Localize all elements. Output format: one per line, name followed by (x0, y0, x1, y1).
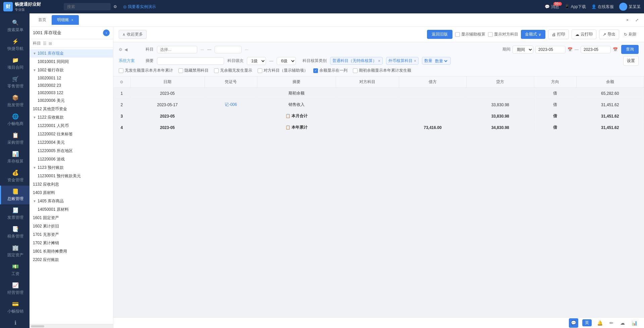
print-button[interactable]: 🖨 打印 (548, 29, 569, 39)
tree-item-10020006[interactable]: 10020006 美元 (30, 96, 113, 105)
window-expand-button[interactable]: ⤢ (633, 16, 641, 24)
query-collapse-btn[interactable]: ◀ (124, 47, 127, 52)
query-gear-icon[interactable]: ⚙ (119, 47, 122, 52)
sidebar-item-ecommerce[interactable]: 🌐 小畅电商 (0, 111, 30, 129)
global-search-input[interactable] (64, 3, 111, 10)
tree-view-icon[interactable]: ⊞ (49, 41, 52, 46)
tree-item-11220006[interactable]: 11220006 游戏 (30, 155, 113, 163)
sidebar-item-marketing[interactable]: 💳 小畅报销 (0, 298, 30, 317)
tree-item-11220005[interactable]: 11220005 所在地区 (30, 147, 113, 155)
tag-foreign-close[interactable]: × (414, 59, 416, 63)
chart-icon[interactable]: 📊 (630, 320, 639, 326)
tab-close-icon[interactable]: × (71, 18, 73, 22)
sidebar-item-assets[interactable]: 🏢 固定资产 (0, 242, 30, 261)
settings-button[interactable]: 设置 (623, 56, 639, 66)
tree-item-1405[interactable]: ▼ 1405 库存商品 (30, 197, 113, 205)
option-balance-one-column[interactable]: ✓ 余额显示在一列 (313, 68, 347, 73)
tree-item-1701[interactable]: 1701 无形资产 (30, 231, 113, 239)
online-service-button[interactable]: 👤 在线客服 (591, 4, 614, 10)
tree-item-10020003[interactable]: 10020003 122 (30, 89, 113, 96)
sidebar-item-salary[interactable]: 💵 工资 (0, 261, 30, 279)
cloud-icon[interactable]: ☁ (619, 320, 626, 326)
sidebar-item-invoice[interactable]: 🧾 发票管理 (0, 204, 30, 223)
tag-foreign[interactable]: 外币核算科目 × (386, 57, 419, 65)
quantity-select[interactable]: 数量 (434, 58, 448, 64)
message-button[interactable]: 💬 消息 99+ (545, 4, 559, 10)
tree-item-1132[interactable]: 1132 应收利息 (30, 180, 113, 189)
tree-item-11230001[interactable]: 11230001 预付账款美元 (30, 172, 113, 180)
tree-item-1122[interactable]: ▼ 1122 应收账款 (30, 113, 113, 122)
period-end-calendar-icon[interactable]: 📅 (613, 47, 618, 52)
amount-format-button[interactable]: 金额式 ∨ (521, 30, 545, 39)
tab-ledger[interactable]: 明细账 × (52, 15, 79, 25)
period-start-input[interactable] (535, 46, 566, 53)
refresh-button[interactable]: ↻ 刷新 (622, 30, 639, 39)
lang-switch[interactable]: 英 (582, 319, 592, 326)
period-end-input[interactable] (581, 46, 611, 53)
option-opening-cumulative[interactable]: 期初余额显示本年累计发生额 (353, 68, 411, 73)
show-aux-checkbox[interactable]: 显示辅助核算 (455, 31, 485, 37)
sidebar-item-capital[interactable]: 💰 资金管理 (0, 167, 30, 186)
tree-item-10020002[interactable]: 10020002 23 (30, 82, 113, 89)
scheme-name[interactable]: 系统方案 (119, 58, 142, 64)
chat-button[interactable]: 💬 (569, 318, 578, 328)
edit-icon[interactable]: ✏ (608, 320, 615, 326)
tree-item-11220001[interactable]: 11220001 人民币 (30, 122, 113, 130)
subject-query-input-2[interactable] (215, 46, 241, 53)
sidebar-item-wholesale[interactable]: 📦 批发管理 (0, 92, 30, 111)
tree-item-1702[interactable]: 1702 累计摊销 (30, 239, 113, 247)
notification-icon[interactable]: 🔔 (596, 320, 604, 326)
option-hide-disabled[interactable]: 隐藏禁用科目 (178, 68, 209, 73)
sidebar-item-purchase[interactable]: 📋 采购管理 (0, 129, 30, 148)
sidebar-item-shortcut[interactable]: ⚡ 快捷导航 (0, 36, 30, 54)
tree-item-11220004[interactable]: 11220004 美元 (30, 138, 113, 147)
tree-item-10020001[interactable]: 10020001 12 (30, 74, 113, 82)
app-download-button[interactable]: 📱 App下载 (565, 4, 586, 10)
query-button[interactable]: 查询 (621, 45, 639, 54)
sidebar-item-basic[interactable]: ℹ 基础信息 (0, 317, 30, 328)
tree-item-1601[interactable]: 1601 固定资产 (30, 214, 113, 222)
level-to-select[interactable]: 6级 (277, 57, 296, 65)
sidebar-item-inventory[interactable]: 📊 库存核算 (0, 148, 30, 167)
export-button[interactable]: ↗ 导出 (599, 29, 619, 39)
voucher-link[interactable]: 记-006 (225, 102, 237, 107)
tree-item-1123[interactable]: ▼ 1123 预付账款 (30, 163, 113, 172)
summary-input[interactable] (157, 57, 224, 65)
period-type-select[interactable]: 期间 (513, 46, 533, 54)
option-no-balance[interactable]: 无余额无发生显示 (214, 68, 252, 73)
tag-normal[interactable]: 普通科目（无特殊核算） × (330, 57, 383, 65)
sidebar-item-retail[interactable]: 🛒 零售管理 (0, 73, 30, 92)
settings-button[interactable]: ⚙ (111, 4, 120, 9)
user-menu[interactable]: 某某某 (619, 3, 641, 11)
table-gear-icon[interactable]: ⚙ (120, 80, 123, 84)
tree-item-1403[interactable]: 1403 原材料 (30, 189, 113, 197)
option-no-occurrence[interactable]: 无发生额显示本月本年累计 (119, 68, 173, 73)
tree-item-1002[interactable]: ▼ 1002 银行存款 (30, 66, 113, 74)
nav-arrow-button[interactable]: › (103, 29, 110, 36)
subject-query-input[interactable] (157, 46, 197, 53)
level-from-select[interactable]: 1级 (247, 57, 266, 65)
tree-item-1602[interactable]: 1602 累计折旧 (30, 222, 113, 231)
tree-item-11220002[interactable]: 11220002 往来标签 (30, 130, 113, 138)
tree-item-1012[interactable]: 1012 其他货币资金 (30, 105, 113, 113)
window-close-button[interactable]: × (624, 16, 631, 24)
sidebar-item-tax[interactable]: 📑 税务管理 (0, 223, 30, 242)
option-opposite-subject[interactable]: 对方科目（显示辅助项） (258, 68, 308, 73)
sidebar-item-project[interactable]: 📁 项目合同 (0, 54, 30, 73)
tab-home[interactable]: 首页 (33, 15, 52, 25)
sidebar-item-search[interactable]: 🔍 搜索菜单 (0, 17, 30, 36)
return-old-button[interactable]: 返回旧版 (427, 30, 452, 39)
tree-item-2202[interactable]: 2202 应付账款 (30, 256, 113, 264)
tree-item-1001[interactable]: ▼ 1001 库存现金 (30, 49, 113, 58)
cloud-print-button[interactable]: ☁ 云打印 (572, 29, 596, 39)
tree-item-14050001[interactable]: 14050001 原材料 (30, 205, 113, 214)
sidebar-item-operation[interactable]: 📈 经营管理 (0, 279, 30, 298)
tree-item-10010001[interactable]: 10010001 同同同 (30, 58, 113, 66)
period-calendar-icon[interactable]: 📅 (568, 47, 573, 52)
demo-link[interactable]: ◎ 我要看实例演示 (123, 4, 156, 10)
sidebar-item-accounting[interactable]: 📒 总账管理 (0, 186, 30, 204)
tag-quantity[interactable]: 数量 数量 (422, 57, 451, 65)
more-filter-button[interactable]: ∧ 收起更多 (119, 30, 147, 39)
tag-normal-close[interactable]: × (378, 59, 380, 63)
show-opposite-checkbox[interactable]: 显示对方科目 (488, 31, 518, 37)
